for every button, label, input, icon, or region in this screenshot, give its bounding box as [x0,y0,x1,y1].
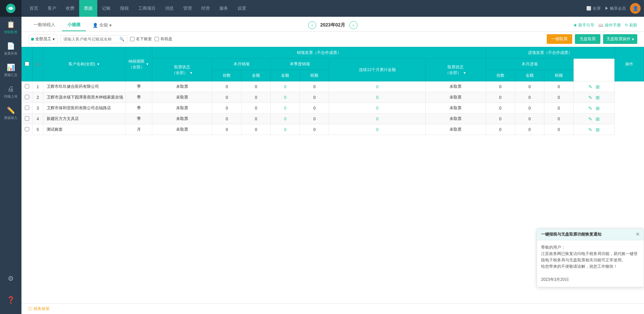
col-header-action: 操作 [614,47,644,81]
view-icon-2[interactable]: ⊞ [596,106,600,111]
topnav-tax[interactable]: 报税 [115,0,133,17]
search-input[interactable] [63,37,119,42]
tax-policy-link[interactable]: ⓘ 税务政策 [28,306,50,312]
sidebar-item-label-invoice-open: 发票开具 [4,51,17,56]
chevron-down-icon: ▾ [109,23,112,28]
row-fetch-status-sales-cell: 未取票 [152,103,212,114]
fullscreen-button[interactable]: ⬜ 全屏 [586,6,600,11]
search-icon[interactable]: 🔍 [119,37,124,42]
row-fetch-status-input-cell: 未取票 [426,103,486,114]
col-header-sales-invoice: 销项发票（不合作成票） [152,47,486,59]
row-checkbox-4[interactable] [25,127,29,131]
refresh-button[interactable]: ↻ 刷新 [625,22,637,28]
edit-icon-2[interactable]: ✎ [588,106,592,111]
topnav-billing[interactable]: 收费 [61,0,79,17]
newbie-guide-button[interactable]: ★ 新手引导 [573,22,594,28]
col-header-tax-period: 纳税期限（全部） ▼ [125,47,152,81]
tax-period-filter-icon[interactable]: ▼ [146,62,149,66]
sidebar-item-invoice-open[interactable]: 📄 发票开具 [0,38,21,60]
date-prev-button[interactable]: ‹ [308,21,316,29]
fetch-status-input-filter-icon[interactable]: ▼ [463,71,466,75]
sidebar-item-scan-upload[interactable]: 🖨 扫描上传 [0,81,21,103]
sidebar-item-help[interactable]: ❓ [0,289,21,311]
topnav-operation[interactable]: 经营 [197,0,215,17]
row-checkbox-2[interactable] [25,106,29,110]
edit-icon-0[interactable]: ✎ [588,84,592,89]
cumulative-link-1[interactable]: 0 [376,95,379,100]
sidebar-item-label-invoice-entry: 票据录入 [4,116,17,120]
sidebar-item-settings[interactable]: ⚙ [0,268,21,289]
row-action-cell: ✎ ⊞ [573,114,614,124]
topnav-business[interactable]: 工商项目 [133,0,160,17]
topnav-message[interactable]: 消息 [160,0,178,17]
tab-small[interactable]: 小规模 [62,19,86,31]
sidebar-item-label-scan-upload: 扫描上传 [4,94,17,99]
tab-general[interactable]: 一般纳税人 [28,19,61,31]
table-settings-icon[interactable]: ⚙ [36,62,40,67]
table-row: 3 卫辉市保和堂医药有限公司击辐路店 季 未取票 0 0 0 0 0 未取票 0… [22,103,644,114]
row-checkbox-0[interactable] [25,84,29,88]
table-body: 1 卫辉市玖玖健合医药有限公司 季 未取票 0 0 0 0 0 未取票 0 0 … [22,81,644,135]
no-disk-ops-button[interactable]: 无盘取票操作 ▾ [603,34,637,44]
user-avatar[interactable]: 👤 [630,3,641,14]
cumulative-link-4[interactable]: 0 [376,127,379,132]
col-header-quarter-sales: 本季度销项 [271,59,329,70]
manual-button[interactable]: 📖 操作手册 [598,22,621,28]
topnav-home[interactable]: 首页 [25,0,43,17]
row-checkbox-3[interactable] [25,116,29,121]
view-icon-1[interactable]: ⊞ [596,95,600,100]
edit-icon-4[interactable]: ✎ [588,127,592,132]
quarter-sales-link-1[interactable]: 0 [284,95,286,100]
edit-icon-1[interactable]: ✎ [588,95,592,100]
client-filter-icon[interactable]: ▼ [97,62,100,66]
tab-all[interactable]: 👤 全能 ▾ [87,19,117,31]
view-icon-4[interactable]: ⊞ [596,127,600,132]
topnav-settings[interactable]: 设置 [233,0,251,17]
notification-popup: 一键报税与无盘取票功能恢复通知 ✕ 尊敬的用户： 江苏政务网已恢复访问电子税务局… [537,229,644,287]
edit-icon-3[interactable]: ✎ [588,116,592,122]
sub-account-checkbox[interactable] [130,37,135,41]
subtabs-right-actions: ★ 新手引导 📖 操作手册 ↻ 刷新 [573,22,637,28]
topnav-right: ⬜ 全屏 ▶ 畅享会员 👤 [586,3,641,14]
notification-close-button[interactable]: ✕ [636,232,640,237]
col-header-quarter-sales-amount: 金额 [271,70,300,81]
no-disk-fetch-button[interactable]: 无盘取票 [575,34,600,44]
row-tax-period-cell: 季 [125,114,152,124]
row-checkbox-cell[interactable] [22,124,33,135]
view-icon-3[interactable]: ⊞ [596,116,600,122]
has-tax-checkbox-label[interactable]: 有税盘 [155,36,172,42]
row-checkbox-1[interactable] [25,95,29,99]
row-month-input-tax-cell: 0 [544,92,573,103]
topnav-invoice[interactable]: 票据 [79,0,97,17]
employee-select[interactable]: 全部员工 ▾ [28,35,58,44]
scan-upload-icon: 🖨 [7,85,14,93]
one-click-fetch-button[interactable]: 一键取票 [547,34,572,44]
quarter-sales-link-0[interactable]: 0 [284,84,286,89]
fetch-status-sales-filter-icon[interactable]: ▼ [190,71,193,75]
quarter-sales-link-4[interactable]: 0 [284,127,286,132]
quarter-sales-link-3[interactable]: 0 [284,117,286,121]
row-checkbox-cell[interactable] [22,103,33,114]
subtabs-wrapper: 一般纳税人 小规模 👤 全能 ▾ ‹ 2023年02月 › ★ 新手引导 [28,19,637,31]
topnav-manage[interactable]: 管理 [178,0,197,17]
sub-account-checkbox-label[interactable]: 名下账套 [130,36,152,42]
has-tax-checkbox[interactable] [155,37,159,41]
sidebar-item-invoice-entry[interactable]: ✏️ 票据录入 [0,103,21,124]
sidebar-item-invoice-summary[interactable]: 📊 票据汇总 [0,60,21,81]
topnav-service[interactable]: 服务 [215,0,233,17]
row-month-sales-shares-cell: 0 [212,103,241,114]
topnav-accounting[interactable]: 记账 [97,0,115,17]
select-all-checkbox[interactable] [25,62,29,66]
quarter-sales-link-2[interactable]: 0 [284,106,286,111]
cumulative-link-2[interactable]: 0 [376,106,379,111]
cumulative-link-3[interactable]: 0 [376,117,379,121]
member-button[interactable]: ▶ 畅享会员 [605,6,626,11]
date-next-button[interactable]: › [349,21,357,29]
view-icon-0[interactable]: ⊞ [596,84,600,89]
cumulative-link-0[interactable]: 0 [376,84,379,89]
topnav-client[interactable]: 客户 [43,0,61,17]
row-checkbox-cell[interactable] [22,114,33,124]
row-checkbox-cell[interactable] [22,81,33,92]
row-checkbox-cell[interactable] [22,92,33,103]
sidebar-item-smart-fetch[interactable]: 📋 智能取票 [0,17,21,38]
